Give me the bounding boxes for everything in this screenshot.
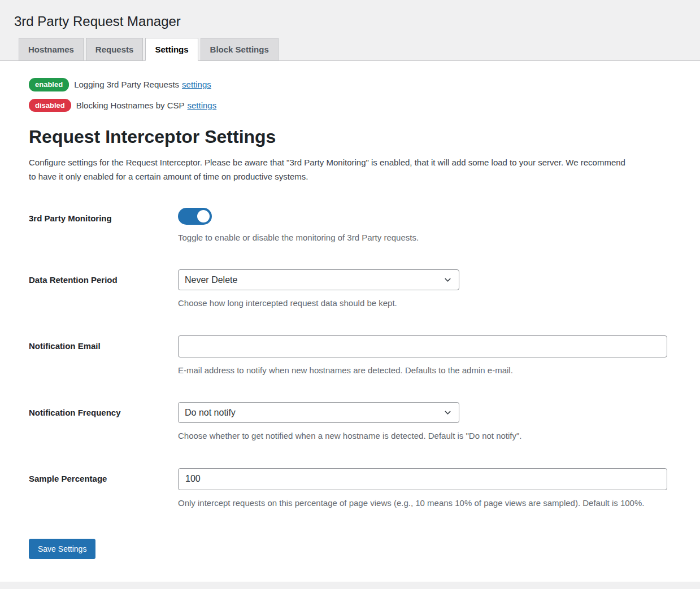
page-header: 3rd Party Request Manager [0,0,700,30]
tab-requests[interactable]: Requests [86,38,144,61]
sample-percentage-input[interactable] [178,468,667,490]
tab-hostnames[interactable]: Hostnames [19,38,84,61]
form-row-frequency: Notification Frequency Do not notify Cho… [29,402,667,443]
monitoring-label: 3rd Party Monitoring [29,208,178,224]
save-settings-button[interactable]: Save Settings [29,539,95,559]
frequency-select[interactable]: Do not notify [178,402,459,423]
form-row-email: Notification Email E-mail address to not… [29,335,667,378]
monitoring-description: Toggle to enable or disable the monitori… [178,230,667,245]
logging-settings-link[interactable]: settings [182,80,211,89]
blocking-settings-link[interactable]: settings [188,101,217,110]
enabled-status-badge: enabled [29,78,69,91]
tab-block-settings[interactable]: Block Settings [201,38,279,61]
page-title: 3rd Party Request Manager [14,12,686,30]
frequency-description: Choose whether to get notified when a ne… [178,429,667,443]
form-row-sample: Sample Percentage Only intercept request… [29,468,667,511]
email-description: E-mail address to notify when new hostna… [178,363,667,378]
sample-description: Only intercept requests on this percenta… [178,496,667,511]
retention-description: Choose how long intercepted request data… [178,296,667,311]
sample-control: Only intercept requests on this percenta… [178,468,667,511]
section-description: Configure settings for the Request Inter… [29,156,631,184]
email-control: E-mail address to notify when new hostna… [178,335,667,378]
monitoring-control: Toggle to enable or disable the monitori… [178,208,667,245]
sample-label: Sample Percentage [29,468,178,485]
form-row-retention: Data Retention Period Never Delete Choos… [29,269,667,311]
retention-select[interactable]: Never Delete [178,269,459,290]
settings-panel: enabled Logging 3rd Party Requests setti… [0,61,700,582]
chevron-down-icon [444,408,452,417]
tab-settings[interactable]: Settings [145,38,198,61]
retention-label: Data Retention Period [29,269,178,286]
frequency-label: Notification Frequency [29,402,178,418]
section-heading: Request Interceptor Settings [29,125,667,148]
email-label: Notification Email [29,335,178,352]
logging-status-text: Logging 3rd Party Requests [74,80,179,89]
retention-control: Never Delete Choose how long intercepted… [178,269,667,311]
form-row-monitoring: 3rd Party Monitoring Toggle to enable or… [29,208,667,245]
tab-bar: Hostnames Requests Settings Block Settin… [0,38,700,61]
frequency-control: Do not notify Choose whether to get noti… [178,402,667,443]
toggle-knob-icon [197,210,210,222]
frequency-select-value: Do not notify [185,408,236,418]
notification-email-input[interactable] [178,335,667,357]
status-row-blocking: disabled Blocking Hostnames by CSP setti… [29,99,667,112]
disabled-status-badge: disabled [29,99,71,112]
chevron-down-icon [444,276,452,284]
retention-select-value: Never Delete [185,275,237,285]
monitoring-toggle[interactable] [178,208,212,225]
blocking-status-text: Blocking Hostnames by CSP [76,101,185,110]
status-row-logging: enabled Logging 3rd Party Requests setti… [29,78,667,91]
